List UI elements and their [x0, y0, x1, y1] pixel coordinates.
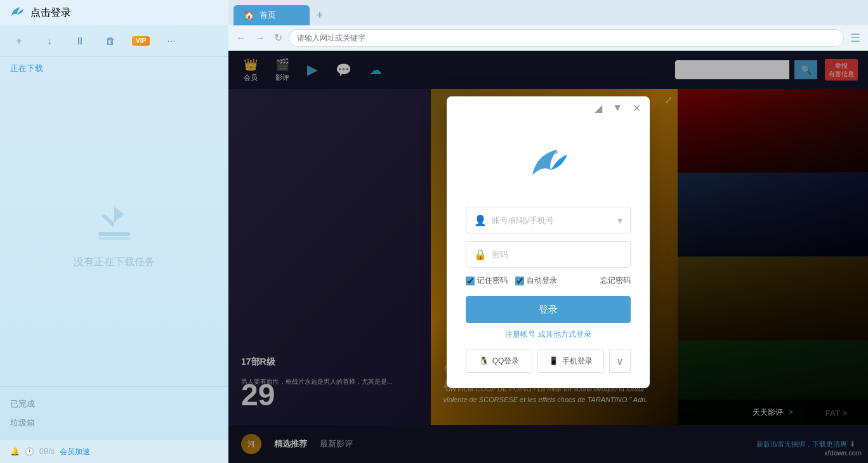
dialog-close-button[interactable]: ✕ [630, 101, 643, 115]
completed-item[interactable]: 已完成 [10, 395, 218, 414]
sidebar: 点击登录 + ↓ ⏸ 🗑 VIP ··· 正在下载 没有正在下载任务 已完成 垃… [0, 0, 228, 463]
back-button[interactable]: ← [233, 30, 249, 46]
download-button[interactable]: ↓ [41, 32, 58, 50]
home-tab-icon: 🏠 [244, 10, 254, 20]
more-login-button[interactable]: ∨ [609, 349, 631, 373]
sidebar-empty-area: 没有正在下载任务 [0, 79, 228, 386]
add-download-button[interactable]: + [10, 32, 28, 50]
username-dropdown-arrow[interactable]: ▾ [617, 214, 622, 226]
qq-icon: 🐧 [479, 356, 489, 365]
forgot-password-link[interactable]: 忘记密码 [600, 275, 631, 286]
sidebar-titlebar: 点击登录 [0, 0, 228, 25]
dialog-pin-button[interactable]: ◢ [592, 101, 605, 115]
remember-password-checkbox[interactable]: 记住密码 [466, 275, 508, 286]
dialog-minimize-button[interactable]: ▼ [610, 101, 625, 115]
social-login-row: 🐧 QQ登录 📱 手机登录 ∨ [466, 349, 631, 373]
app-title: 点击登录 [30, 6, 71, 20]
sidebar-footer: 🔔 🕐 0B/s 会员加速 [0, 440, 228, 463]
more-button[interactable]: ··· [162, 32, 180, 50]
svg-marker-2 [102, 207, 127, 228]
browser-panel: 🏠 首页 + ← → ↻ ☰ 👑 会员 🎬 影评 ▶ 💬 [228, 0, 868, 463]
svg-point-3 [554, 150, 558, 154]
browser-content: 👑 会员 🎬 影评 ▶ 💬 ☁ 🔍 举报 有害信息 [228, 51, 868, 463]
trash-item[interactable]: 垃圾箱 [10, 414, 218, 433]
user-icon: 👤 [474, 214, 487, 226]
login-overlay: ◢ ▼ ✕ 👤 [228, 51, 868, 463]
password-field: 🔒 [466, 241, 631, 268]
login-button[interactable]: 登录 [466, 296, 631, 323]
downloading-label: 正在下载 [10, 63, 43, 73]
refresh-button[interactable]: ↻ [272, 29, 285, 46]
svg-rect-1 [98, 237, 130, 240]
tab-homepage[interactable]: 🏠 首页 [233, 5, 310, 25]
vip-speed-link[interactable]: 会员加速 [60, 447, 90, 457]
phone-login-button[interactable]: 📱 手机登录 [537, 349, 604, 373]
username-field: 👤 ▾ [466, 207, 631, 233]
pause-button[interactable]: ⏸ [71, 32, 89, 50]
browser-menu-button[interactable]: ☰ [848, 29, 863, 48]
app-logo [8, 4, 25, 22]
lock-icon: 🔒 [474, 249, 487, 261]
clock-icon[interactable]: 🕐 [25, 447, 34, 456]
address-bar[interactable] [289, 29, 844, 47]
login-logo-area [466, 132, 631, 207]
login-dialog-header: ◢ ▼ ✕ [447, 96, 650, 119]
empty-text: 没有正在下载任务 [74, 256, 155, 269]
qq-login-button[interactable]: 🐧 QQ登录 [466, 349, 532, 373]
phone-icon: 📱 [549, 356, 558, 365]
login-bird-logo [523, 138, 574, 189]
sidebar-toolbar: + ↓ ⏸ 🗑 VIP ··· [0, 25, 228, 57]
register-link[interactable]: 注册帐号 或其他方式登录 [466, 329, 631, 340]
username-input[interactable] [492, 216, 612, 225]
svg-rect-0 [98, 232, 130, 236]
watermark: xfdown.com [824, 449, 862, 457]
browser-navbar: ← → ↻ ☰ [228, 25, 868, 51]
empty-download-icon [89, 197, 140, 248]
new-tab-button[interactable]: + [311, 6, 329, 24]
delete-button[interactable]: 🗑 [102, 32, 119, 50]
password-input[interactable] [492, 250, 622, 259]
browser-tabbar: 🏠 首页 + [228, 0, 868, 25]
sidebar-status-bar: 正在下载 [0, 57, 228, 79]
vip-button[interactable]: VIP [132, 36, 150, 46]
tab-homepage-label: 首页 [260, 10, 276, 21]
sidebar-bottom: 已完成 垃圾箱 [0, 386, 228, 440]
forward-button[interactable]: → [253, 30, 268, 46]
login-dialog: ◢ ▼ ✕ 👤 [447, 96, 650, 388]
login-dialog-body: 👤 ▾ 🔒 记住密码 [447, 119, 650, 388]
speed-text: 0B/s [39, 447, 55, 456]
login-options: 记住密码 自动登录 忘记密码 [466, 275, 631, 286]
auto-login-checkbox[interactable]: 自动登录 [515, 275, 557, 286]
settings-icon[interactable]: 🔔 [10, 447, 20, 456]
